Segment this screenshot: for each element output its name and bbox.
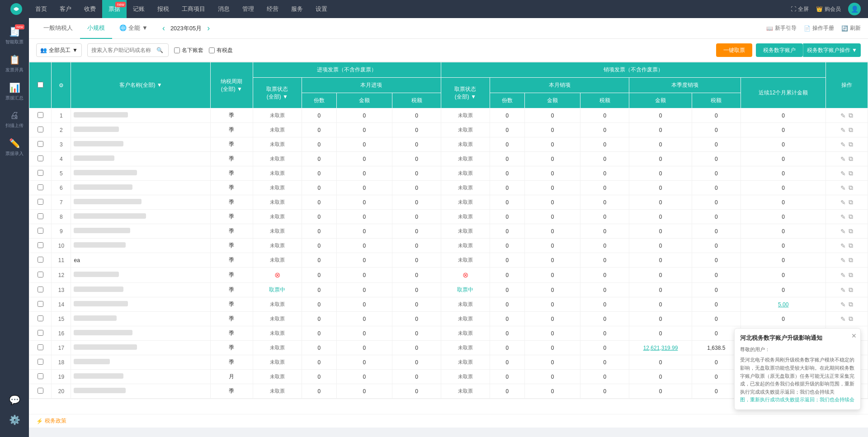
row-checkbox[interactable]: [38, 272, 43, 277]
nav-settings[interactable]: 设置: [309, 0, 334, 18]
invoice-open-icon: 📋: [9, 54, 20, 65]
tab-all[interactable]: 🌐 全能 ▼: [112, 18, 155, 39]
tax-digital-account-dropdown-btn[interactable]: 税务数字账户操作 ▼: [803, 43, 861, 57]
edit-icon[interactable]: ✎: [840, 272, 846, 279]
edit-icon[interactable]: ✎: [840, 112, 846, 119]
logo[interactable]: [7, 0, 25, 18]
refresh-btn[interactable]: 🔄 刷新: [841, 24, 861, 32]
has-taxdisk-checkbox[interactable]: 有税盘: [209, 47, 233, 54]
select-all-checkbox[interactable]: [38, 82, 43, 88]
next-month-btn[interactable]: ›: [207, 23, 210, 33]
manual-btn[interactable]: 📄 操作手册: [804, 24, 834, 32]
row-checkbox[interactable]: [38, 301, 43, 307]
nav-tax[interactable]: 报税: [151, 0, 175, 18]
copy-icon[interactable]: ⧉: [849, 112, 853, 119]
sidebar-item-smart-ticket[interactable]: 🧾 智能取票 new: [0, 22, 29, 50]
copy-icon[interactable]: ⧉: [849, 227, 853, 235]
edit-icon[interactable]: ✎: [840, 242, 846, 249]
sidebar-item-chat[interactable]: 💬: [0, 390, 29, 410]
row-checkbox[interactable]: [38, 228, 43, 234]
search-input[interactable]: [91, 47, 155, 53]
cumulative-cell: 0: [741, 152, 826, 166]
row-checkbox[interactable]: [38, 373, 43, 379]
copy-icon[interactable]: ⧉: [849, 141, 853, 148]
copy-icon[interactable]: ⧉: [849, 198, 853, 206]
nav-service[interactable]: 服务: [285, 0, 309, 18]
edit-icon[interactable]: ✎: [840, 301, 846, 308]
row-checkbox[interactable]: [38, 170, 43, 176]
edit-icon[interactable]: ✎: [840, 213, 846, 221]
row-checkbox[interactable]: [38, 388, 43, 394]
row-checkbox[interactable]: [38, 141, 43, 147]
row-checkbox[interactable]: [38, 213, 43, 219]
tax-digital-account-btn[interactable]: 税务数字账户: [756, 43, 803, 57]
user-avatar[interactable]: 👤: [848, 3, 861, 15]
edit-icon[interactable]: ✎: [840, 228, 846, 235]
tax-policy-link[interactable]: ⚡ 税务政策: [36, 417, 861, 425]
notification-more-link[interactable]: 图，重新执行成功或失败提示返回；我们也会持续会: [740, 397, 854, 402]
notification-close-btn[interactable]: ✕: [851, 332, 857, 339]
row-checkbox[interactable]: [38, 257, 43, 263]
customer-name-cell: [71, 152, 210, 166]
edit-icon[interactable]: ✎: [840, 141, 846, 148]
copy-icon[interactable]: ⧉: [849, 301, 853, 308]
sidebar-item-invoice-summary[interactable]: 📊 票据汇总: [0, 78, 29, 106]
row-checkbox[interactable]: [38, 242, 43, 248]
vip-btn[interactable]: 👑 购会员: [816, 5, 841, 13]
one-click-fetch-btn[interactable]: 一键取票: [716, 43, 752, 57]
nav-client[interactable]: 客户: [53, 0, 78, 18]
row-checkbox[interactable]: [38, 287, 43, 292]
nav-business[interactable]: 工商项目: [175, 0, 212, 18]
copy-icon[interactable]: ⧉: [849, 242, 853, 249]
copy-icon[interactable]: ⧉: [849, 184, 853, 192]
tab-small-scale[interactable]: 小规模: [80, 18, 112, 39]
copy-icon[interactable]: ⧉: [849, 286, 853, 294]
row-checkbox[interactable]: [38, 330, 43, 336]
copy-icon[interactable]: ⧉: [849, 155, 853, 163]
copy-icon[interactable]: ⧉: [849, 213, 853, 221]
nav-invoice[interactable]: 票据 new: [102, 0, 127, 18]
nav-home[interactable]: 首页: [29, 0, 53, 18]
inCount-cell: 0: [302, 181, 336, 195]
row-checkbox[interactable]: [38, 199, 43, 205]
copy-icon[interactable]: ⧉: [849, 256, 853, 264]
row-number: 18: [52, 355, 71, 370]
row-checkbox[interactable]: [38, 359, 43, 365]
edit-icon[interactable]: ✎: [840, 184, 846, 192]
my-accounts-checkbox[interactable]: 名下账套: [174, 47, 203, 54]
search-icon[interactable]: 🔍: [156, 47, 163, 53]
sidebar-item-invoice-open[interactable]: 📋 发票开具: [0, 50, 29, 78]
copy-icon[interactable]: ⧉: [849, 126, 853, 134]
edit-icon[interactable]: ✎: [840, 170, 846, 177]
row-checkbox[interactable]: [38, 112, 43, 118]
nav-manage[interactable]: 管理: [236, 0, 260, 18]
inTax-cell: 0: [392, 312, 441, 326]
edit-icon[interactable]: ✎: [840, 257, 846, 264]
nav-message[interactable]: 消息: [212, 0, 236, 18]
prev-month-btn[interactable]: ‹: [162, 23, 165, 33]
row-checkbox[interactable]: [38, 315, 43, 321]
copy-icon[interactable]: ⧉: [849, 315, 853, 323]
fullscreen-btn[interactable]: ⛶ 全屏: [791, 5, 809, 13]
settings-icon[interactable]: ⚙: [59, 82, 64, 89]
nav-accounting[interactable]: 记账: [127, 0, 151, 18]
nav-fee[interactable]: 收费: [78, 0, 102, 18]
tab-general-taxpayer[interactable]: 一般纳税人: [36, 18, 80, 39]
copy-icon[interactable]: ⧉: [849, 271, 853, 279]
sidebar-item-gear[interactable]: ⚙️: [0, 410, 29, 430]
guide-btn[interactable]: 📖 新手引导: [766, 24, 797, 32]
staff-filter[interactable]: 👥 全部员工 ▼: [36, 43, 82, 57]
edit-icon[interactable]: ✎: [840, 287, 846, 294]
edit-icon[interactable]: ✎: [840, 155, 846, 163]
sidebar-item-scan-upload[interactable]: 🖨 扫描上传: [0, 106, 29, 133]
row-checkbox[interactable]: [38, 155, 43, 161]
edit-icon[interactable]: ✎: [840, 127, 846, 134]
row-checkbox[interactable]: [38, 127, 43, 132]
row-checkbox[interactable]: [38, 184, 43, 190]
edit-icon[interactable]: ✎: [840, 315, 846, 323]
sidebar-item-invoice-entry[interactable]: ✏️ 票据录入: [0, 133, 29, 161]
copy-icon[interactable]: ⧉: [849, 169, 853, 177]
nav-operation[interactable]: 经营: [260, 0, 285, 18]
edit-icon[interactable]: ✎: [840, 199, 846, 206]
row-checkbox[interactable]: [38, 344, 43, 350]
